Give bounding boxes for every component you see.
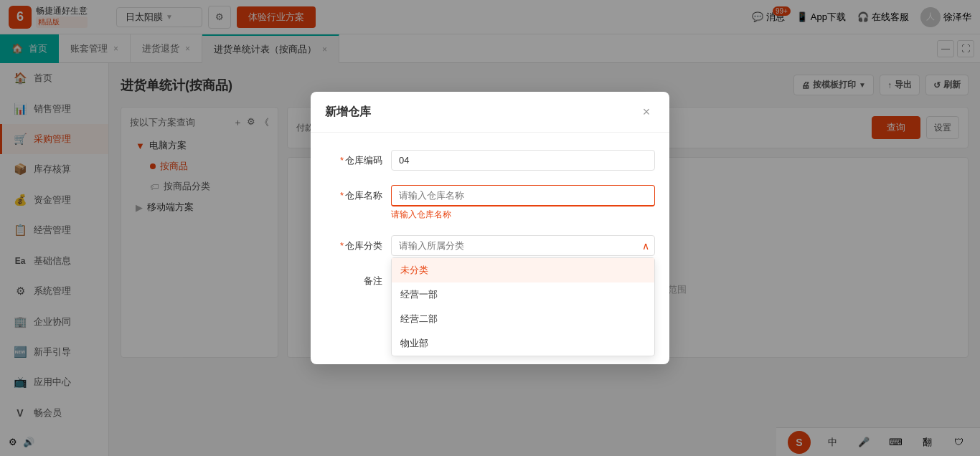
name-form-row: 仓库名称 请输入仓库名称 (325, 185, 655, 221)
category-select-wrapper: ∧ 未分类 经营一部 经营二部 物业部 (391, 235, 655, 256)
category-input[interactable] (391, 235, 655, 256)
category-field: ∧ 未分类 经营一部 经营二部 物业部 (391, 235, 655, 256)
code-form-row: 仓库编码 (325, 150, 655, 171)
dialog-title: 新增仓库 (325, 105, 371, 120)
code-field (391, 150, 655, 171)
add-warehouse-dialog: 新增仓库 × 仓库编码 仓库名称 请输入仓库名称 仓库分类 (311, 92, 669, 364)
category-form-row: 仓库分类 ∧ 未分类 经营一部 经营二部 物业部 (325, 235, 655, 256)
dropdown-item-none[interactable]: 未分类 (392, 258, 654, 282)
code-input[interactable] (391, 150, 655, 171)
name-field: 请输入仓库名称 (391, 185, 655, 221)
dialog-close-button[interactable]: × (638, 103, 655, 120)
name-input[interactable] (391, 185, 655, 206)
category-dropdown: 未分类 经营一部 经营二部 物业部 (391, 257, 655, 356)
dropdown-item-dept1[interactable]: 经营一部 (392, 282, 654, 307)
name-label: 仓库名称 (325, 185, 382, 202)
dialog-header: 新增仓库 × (311, 92, 669, 133)
dropdown-item-dept2[interactable]: 经营二部 (392, 307, 654, 331)
dialog-body: 仓库编码 仓库名称 请输入仓库名称 仓库分类 ∧ (311, 133, 669, 317)
dropdown-item-dept3[interactable]: 物业部 (392, 331, 654, 356)
name-error-msg: 请输入仓库名称 (391, 209, 655, 221)
dialog-overlay: 新增仓库 × 仓库编码 仓库名称 请输入仓库名称 仓库分类 (0, 0, 980, 456)
code-label: 仓库编码 (325, 150, 382, 167)
category-label: 仓库分类 (325, 235, 382, 252)
note-label: 备注 (325, 270, 382, 288)
chevron-up-icon[interactable]: ∧ (642, 240, 649, 252)
